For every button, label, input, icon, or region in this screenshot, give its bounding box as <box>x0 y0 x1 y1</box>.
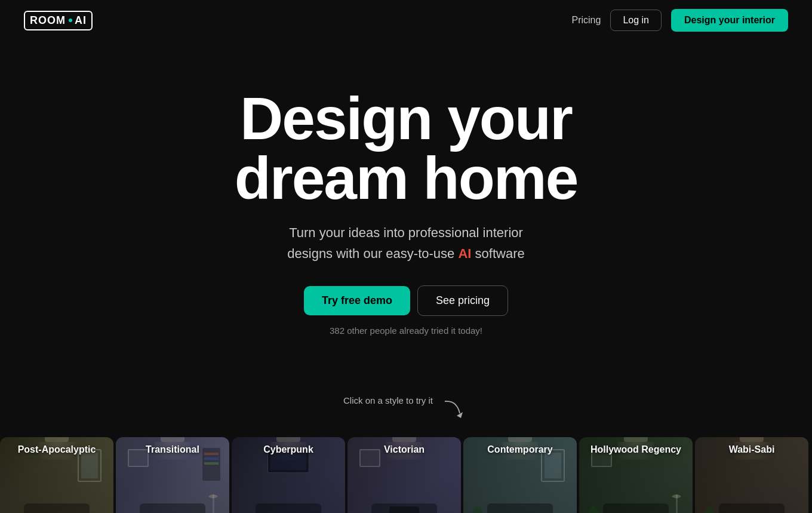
card-label-transitional: Transitional <box>116 444 229 455</box>
card-label-hollywood: Hollywood Regency <box>579 444 693 455</box>
style-card-transitional[interactable]: Transitional <box>116 437 229 513</box>
nav-right: Pricing Log in Design your interior <box>571 9 788 32</box>
hero-buttons: Try free demo See pricing <box>24 285 788 316</box>
see-pricing-button[interactable]: See pricing <box>417 285 508 316</box>
ai-highlight: AI <box>458 246 471 261</box>
nav-login-button[interactable]: Log in <box>610 10 662 31</box>
nav-pricing-link[interactable]: Pricing <box>571 15 601 26</box>
gallery-hint-area: Click on a style to try it <box>0 395 812 428</box>
card-label-victorian: Victorian <box>347 444 461 455</box>
gallery-section: Click on a style to try it Post- <box>0 395 812 513</box>
gallery-hint-text: Click on a style to try it <box>343 395 433 406</box>
style-card-victorian[interactable]: Victorian <box>347 437 461 513</box>
logo-dot <box>69 19 72 22</box>
try-demo-button[interactable]: Try free demo <box>304 286 410 315</box>
hero-title-line2: dream home <box>235 145 578 211</box>
social-proof-text: 382 other people already tried it today! <box>24 325 788 336</box>
nav-cta-button[interactable]: Design your interior <box>671 9 788 32</box>
subtitle-after: software <box>475 246 525 261</box>
subtitle-before: Turn your ideas into professional interi… <box>289 225 523 240</box>
subtitle-mid: designs with our easy-to-use <box>287 246 454 261</box>
style-card-contemporary[interactable]: Contemporary <box>463 437 577 513</box>
logo-text: ROOM <box>30 14 66 27</box>
navbar: ROOM AI Pricing Log in Design your inter… <box>0 0 812 41</box>
logo-ai: AI <box>75 14 87 27</box>
card-label-wabi-sabi: Wabi-Sabi <box>695 444 808 455</box>
card-label-post-apocalyptic: Post-Apocalyptic <box>0 444 113 455</box>
style-cards-row: Post-Apocalyptic Transitional <box>0 437 808 513</box>
style-cards-container: Post-Apocalyptic Transitional <box>0 437 812 513</box>
style-card-wabi-sabi[interactable]: Wabi-Sabi <box>695 437 808 513</box>
style-card-cyberpunk[interactable]: Cyberpunk <box>232 437 345 513</box>
logo: ROOM AI <box>24 11 93 30</box>
card-label-contemporary: Contemporary <box>463 444 577 455</box>
hero-subtitle: Turn your ideas into professional interi… <box>24 222 788 264</box>
style-card-hollywood[interactable]: Hollywood Regency <box>579 437 693 513</box>
curved-arrow-icon <box>439 395 469 428</box>
hero-title-line1: Design your <box>240 85 572 152</box>
hero-title: Design your dream home <box>24 88 788 208</box>
style-card-post-apocalyptic[interactable]: Post-Apocalyptic <box>0 437 113 513</box>
hero-section: Design your dream home Turn your ideas i… <box>0 41 812 360</box>
card-label-cyberpunk: Cyberpunk <box>232 444 345 455</box>
